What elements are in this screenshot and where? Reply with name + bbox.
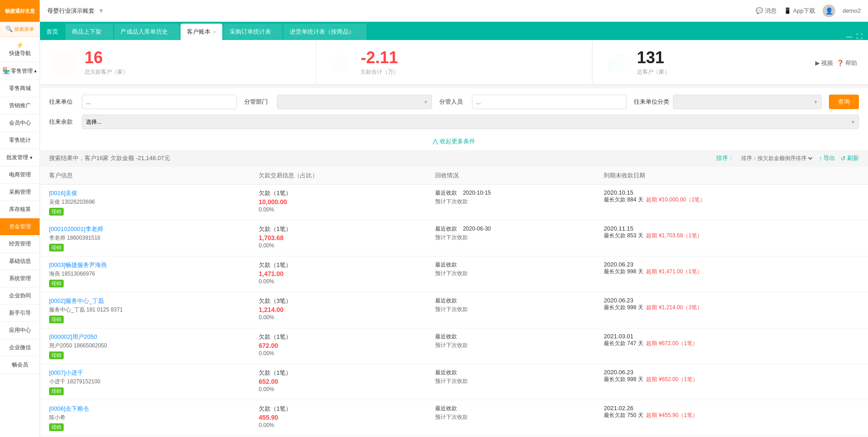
avatar[interactable]: 👤 (823, 5, 835, 17)
filter-label-person: 分管人员 (439, 98, 468, 106)
sidebar-item-wholesale-mgmt[interactable]: 批发管理 ▼ (0, 149, 40, 166)
recovery-next-3: 预计下次收款 (435, 306, 586, 313)
sidebar: 畅捷通好生意 🔍 搜索菜单 ⚡ 快捷导航 🏪 零售管理 ▲ 零售商城 营销推广 … (0, 0, 40, 437)
tab-close-icon[interactable]: × (274, 30, 276, 35)
tab-close-icon[interactable]: × (213, 30, 216, 35)
maximize-icon[interactable]: ⛶ (856, 33, 863, 40)
tag-xiankuan-5: 现销 (49, 387, 64, 395)
result-summary: 搜索结果中，客户16家 欠款金额 -21,148.07元 (49, 154, 170, 162)
stat-label-total-customers: 总客户（家） (637, 68, 670, 76)
dropdown-icon[interactable]: ▼ (98, 7, 104, 14)
col-header-debt: 欠款交易信息（占比） (250, 167, 426, 185)
minimize-icon[interactable]: — (846, 33, 853, 40)
debt-ratio-5: 0.00% (259, 386, 417, 392)
sidebar-item-finance[interactable]: 资金管理 (0, 218, 40, 236)
sidebar-item-purchase[interactable]: 采购管理 (0, 184, 40, 201)
debt-count-3: 欠款（3笔） (259, 297, 417, 305)
sidebar-item-marketing[interactable]: 营销推广 (0, 97, 40, 115)
recovery-label-0: 最近收款 2020-10-15 (435, 189, 586, 197)
refresh-button[interactable]: ↺ 刷新 (841, 154, 859, 162)
search-menu-button[interactable]: 🔍 搜索菜单 (3, 25, 37, 33)
search-icon: 🔍 (5, 25, 13, 32)
tab-finished-goods[interactable]: 产成品入库单历史 × (114, 24, 180, 40)
debt-amount-1: 1,703.68 (259, 234, 417, 241)
cell-recovery-2: 最近收款 预计下次收款 (426, 256, 595, 292)
help-link[interactable]: ❓ 帮助 (837, 59, 857, 67)
sidebar-item-retail-mgmt[interactable]: 🏪 零售管理 ▲ (0, 62, 40, 80)
filter-select-category-wrap[interactable] (673, 95, 822, 109)
tab-product-listing[interactable]: 商品上下架 × (65, 24, 113, 40)
video-link[interactable]: ▶ 视频 (815, 59, 833, 67)
export-button[interactable]: ↑ 导出 (819, 154, 836, 162)
sidebar-item-operations[interactable]: 经营管理 (0, 236, 40, 253)
tag-xiankuan-4: 现销 (49, 352, 64, 359)
stat-label-debt-customers: 总欠款客户（家） (85, 68, 128, 76)
sidebar-item-system[interactable]: 系统管理 (0, 270, 40, 287)
filter-select-balance[interactable]: 选择... (82, 115, 859, 129)
search-menu-area[interactable]: 🔍 搜索菜单 (0, 22, 40, 37)
debt-count-5: 欠款（1笔） (259, 369, 417, 377)
filter-item-balance: 往来余款 选择... (49, 115, 859, 129)
sidebar-item-enterprise-collab[interactable]: 企业协同 (0, 287, 40, 305)
filter-select-dept[interactable] (277, 95, 432, 109)
search-button[interactable]: 查询 (829, 95, 859, 109)
tab-purchase-stats-by-product[interactable]: 进货单统计表（按商品） × (283, 24, 366, 40)
logo-text: 畅捷通好生意 (5, 8, 35, 14)
tab-close-icon[interactable]: × (171, 30, 173, 35)
filter-input-person[interactable]: ... (472, 95, 627, 109)
overdue-days-0: 最长欠款 884 天 超期 ¥10,000.00（1笔） (604, 196, 859, 204)
customer-name-link-4[interactable]: [000002]用户2050 (49, 333, 241, 341)
overdue-days-5: 最长欠款 998 天 超期 ¥652.00（1笔） (604, 376, 859, 383)
sidebar-item-label: 经营管理 (9, 241, 31, 247)
stat-info-debt-customers: 16 总欠款客户（家） (85, 48, 128, 76)
svg-rect-5 (616, 54, 625, 72)
cell-recovery-6: 最近收款 预计下次收款 (426, 400, 595, 436)
sidebar-item-basic-info[interactable]: 基础信息 (0, 253, 40, 270)
sidebar-item-beginner[interactable]: 新手引导 (0, 305, 40, 322)
filter-collapse-button[interactable]: ⋀ 收起更多条件 (49, 135, 859, 150)
sidebar-item-quick-nav[interactable]: ⚡ 快捷导航 (0, 37, 40, 62)
customer-name-link-5[interactable]: [0007]小迸千 (49, 369, 241, 377)
chevron-down-icon: ▼ (29, 156, 33, 160)
cell-debt-4: 欠款（1笔） 672.00 0.00% (250, 328, 426, 364)
filter-select-category[interactable] (673, 95, 822, 109)
sidebar-item-chang-member[interactable]: 畅会员 (0, 357, 40, 374)
sidebar-item-retail-stats[interactable]: 零售统计 (0, 132, 40, 149)
customer-name-link-6[interactable]: [0006]去下粮仓 (49, 405, 241, 413)
sidebar-item-member[interactable]: 会员中心 (0, 115, 40, 132)
filter-label-customer: 往来单位 (49, 98, 78, 106)
tab-label: 客户账本 (187, 28, 211, 36)
tab-purchase-order-stats[interactable]: 采购订单统计表 × (223, 24, 283, 40)
video-icon: ▶ (815, 60, 820, 66)
filter-item-dept: 分管部门 (244, 95, 432, 109)
due-date-6: 2021.02.26 (604, 405, 859, 412)
tab-close-icon[interactable]: × (357, 30, 360, 35)
overdue-amount-4: 超期 ¥672.00（1笔） (646, 340, 697, 347)
tab-customer-ledger[interactable]: 客户账本 × (181, 24, 222, 40)
stat-value-total-customers: 131 (637, 48, 670, 67)
filter-select-balance-wrap[interactable]: 选择... (82, 115, 859, 129)
tab-home[interactable]: 首页 (40, 24, 65, 40)
sidebar-item-ecommerce[interactable]: 电商管理 (0, 166, 40, 184)
customer-sub-6: 陈小希 (49, 414, 241, 422)
sidebar-item-wechat-work[interactable]: 企业微信 (0, 339, 40, 357)
sidebar-item-inventory[interactable]: 库存核算 (0, 201, 40, 218)
customer-name-link-0[interactable]: [0016]吴俊 (49, 189, 241, 197)
filter-input-customer[interactable]: ... (82, 95, 237, 109)
debt-amount-2: 1,471.00 (259, 270, 417, 277)
customer-name-link-2[interactable]: [0003]畅捷服务尹海燕 (49, 261, 241, 269)
sidebar-item-retail-mall[interactable]: 零售商城 (0, 80, 40, 97)
debt-ratio-4: 0.00% (259, 350, 417, 357)
filter-select-dept-wrap[interactable] (277, 95, 432, 109)
due-date-5: 2020.06.23 (604, 369, 859, 376)
cell-debt-3: 欠款（3笔） 1,214.00 0.00% (250, 292, 426, 328)
tab-close-icon[interactable]: × (104, 30, 107, 35)
sort-select[interactable]: 排序：按欠款金额倒序排序 (739, 155, 814, 162)
sidebar-item-app-center[interactable]: 应用中心 (0, 322, 40, 339)
appdownload-button[interactable]: 📱 App下载 (784, 7, 815, 15)
customer-name-link-3[interactable]: [0002]服务中心_丁磊 (49, 297, 241, 305)
stat-top-right-links: ▶ 视频 ❓ 帮助 (815, 57, 857, 67)
customer-name-link-1[interactable]: [0001020001]李老师 (49, 225, 241, 233)
message-button[interactable]: 💬 消息 (756, 7, 777, 15)
due-date-3: 2020.06.23 (604, 297, 859, 304)
